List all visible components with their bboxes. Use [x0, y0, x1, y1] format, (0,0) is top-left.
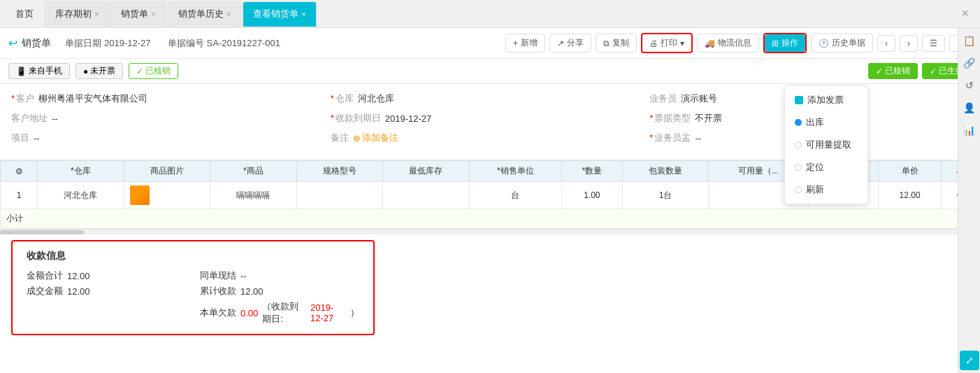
tab-bar-right: × — [956, 3, 974, 24]
copy-button[interactable]: ⧉ 复制 — [596, 34, 637, 52]
check-icon: ✓ — [136, 66, 143, 76]
ticket-value[interactable]: 不开票 — [695, 112, 722, 125]
ticket-label: 票据类型 — [649, 112, 691, 125]
payment-info-grid: 金额合计 12.00 同单现结 -- 成交金额 12.00 累计收款 12.00… — [27, 269, 359, 325]
this-order-row: 本单欠款 0.00 （收款到期日: 2019-12-27 ） — [200, 300, 359, 325]
prev-button[interactable]: ‹ — [877, 35, 895, 52]
new-button[interactable]: + 新增 — [505, 34, 545, 52]
close-inventory-tab[interactable]: × — [94, 10, 99, 18]
window-close-button[interactable]: × — [956, 3, 974, 24]
same-order-row: 同单现结 -- — [200, 269, 359, 282]
print-btn-wrapper: 🖨 打印 ▾ — [641, 33, 693, 53]
tab-inventory-label: 库存期初 — [55, 8, 92, 20]
next-button[interactable]: › — [900, 35, 918, 52]
toolbar2-right: ✓ 已核销 ✓ 已生效 — [868, 63, 972, 79]
locate-icon — [795, 164, 802, 171]
add-invoice-item[interactable]: 添加发票 — [785, 89, 867, 111]
toolbar-row2: 📱 来自手机 ● 未开票 ✓ 已核销 ✓ 已核销 ✓ 已生效 — [0, 59, 980, 84]
from-phone-label: 来自手机 — [29, 65, 62, 77]
sidebar-icon-4[interactable]: 👤 — [960, 98, 979, 118]
address-field: 客户地址 -- — [11, 112, 331, 125]
col-settings[interactable]: ⚙ — [1, 161, 38, 182]
add-note-label: 添加备注 — [362, 132, 398, 144]
sidebar-icon-2[interactable]: 🔗 — [960, 53, 979, 73]
this-order-value: 0.00 — [240, 308, 258, 318]
sidebar-icon-5[interactable]: 📊 — [960, 120, 979, 140]
total-row: 金额合计 12.00 — [27, 269, 186, 282]
address-label: 客户地址 — [11, 112, 48, 125]
close-sales-tab[interactable]: × — [151, 10, 155, 18]
logistics-button[interactable]: 🚚 物流信息 — [697, 34, 759, 52]
tab-sales[interactable]: 销货单 × — [110, 1, 166, 27]
doc-icon: ↩ — [8, 36, 17, 50]
sidebar-icon-1[interactable]: 📋 — [960, 31, 979, 50]
col-min-stock: 最低库存 — [383, 161, 469, 182]
subtotal-label: 小计 — [1, 209, 980, 229]
row-index: 1 — [1, 182, 38, 209]
row-unit: 台 — [469, 182, 561, 209]
share-button[interactable]: ↗ 分享 — [549, 34, 591, 52]
not-open-icon: ● — [83, 66, 88, 76]
staff-value[interactable]: 演示账号 — [681, 92, 717, 105]
doc-date-label: 单据日期 — [65, 37, 101, 50]
warehouse-field: 仓库 河北仓库 — [331, 92, 650, 105]
locate-item[interactable]: 定位 — [785, 156, 867, 178]
history-label: 历史单据 — [832, 37, 865, 49]
operations-button[interactable]: ⊞ 操作 — [765, 34, 805, 52]
row-quantity: 1.00 — [561, 182, 622, 209]
row-price: 12.00 — [879, 182, 941, 209]
new-label: 新增 — [521, 37, 538, 49]
tab-view-sales[interactable]: 查看销货单 × — [243, 1, 316, 27]
subtotal-row: 小计 — [1, 209, 980, 229]
toolbar-actions: + 新增 ↗ 分享 ⧉ 复制 🖨 打印 ▾ 🚚 物流信息 — [505, 33, 972, 53]
verified-label: 已核销 — [145, 65, 171, 77]
not-open-button[interactable]: ● 未开票 — [75, 63, 123, 79]
share-label: 分享 — [567, 37, 584, 49]
cumulative-label: 累计收款 — [200, 285, 236, 297]
refresh-item[interactable]: 刷新 — [785, 178, 867, 201]
add-note-button[interactable]: ⊕ 添加备注 — [353, 132, 398, 144]
col-quantity: *数量 — [561, 161, 622, 182]
scroll-track[interactable] — [0, 230, 84, 234]
address-value: -- — [52, 113, 58, 124]
due-date-value[interactable]: 2019-12-27 — [385, 113, 432, 124]
row-min-stock — [383, 182, 469, 209]
outbound-item[interactable]: 出库 — [785, 111, 867, 134]
print-button[interactable]: 🖨 打印 ▾ — [642, 34, 691, 52]
col-package-qty: 包装数量 — [622, 161, 708, 182]
tab-sales-history[interactable]: 销货单历史 × — [168, 1, 241, 27]
close-sales-history-tab[interactable]: × — [226, 10, 231, 18]
operations-btn-wrapper: ⊞ 操作 — [763, 33, 807, 53]
effective-check-icon: ✓ — [930, 66, 937, 76]
view-list-button[interactable]: ☰ — [922, 35, 945, 52]
doc-number-value: SA-20191227-001 — [207, 38, 281, 48]
staff-label: 业务员 — [649, 92, 677, 105]
transaction-value: 12.00 — [67, 286, 90, 297]
this-order-suffix: ） — [350, 307, 359, 319]
warehouse-value[interactable]: 河北仓库 — [358, 92, 394, 105]
horizontal-scrollbar[interactable] — [0, 229, 980, 234]
col-price: 单价 — [879, 161, 941, 182]
sold-check-icon: ✓ — [876, 66, 883, 76]
tab-home[interactable]: 首页 — [6, 3, 43, 24]
customer-value[interactable]: 柳州粤港平安气体有限公司 — [38, 92, 147, 105]
this-order-date: 2019-12-27 — [310, 302, 346, 323]
tab-inventory[interactable]: 库存期初 × — [45, 1, 109, 27]
right-sidebar: 📋 🔗 ↺ 👤 📊 ⤢ — [958, 28, 980, 373]
plus-note-icon: ⊕ — [353, 133, 361, 143]
project-field: 项目 -- — [11, 132, 331, 144]
verified-button[interactable]: ✓ 已核销 — [129, 63, 178, 79]
sidebar-icon-3[interactable]: ↺ — [960, 76, 979, 95]
close-view-sales-tab[interactable]: × — [301, 10, 305, 18]
from-phone-button[interactable]: 📱 来自手机 — [8, 63, 70, 79]
sold-label: 已核销 — [885, 65, 910, 77]
locate-label: 定位 — [806, 161, 824, 174]
note-field: 备注 ⊕ 添加备注 — [331, 132, 650, 144]
tab-sales-label: 销货单 — [121, 8, 148, 20]
available-qty-label: 可用量提取 — [806, 139, 851, 151]
col-image: 商品图片 — [124, 161, 210, 182]
history-button[interactable]: 🕐 历史单据 — [811, 34, 873, 52]
available-qty-item[interactable]: 可用量提取 — [785, 134, 867, 156]
sold-button[interactable]: ✓ 已核销 — [868, 63, 918, 79]
sidebar-icon-expand[interactable]: ⤢ — [960, 351, 979, 370]
